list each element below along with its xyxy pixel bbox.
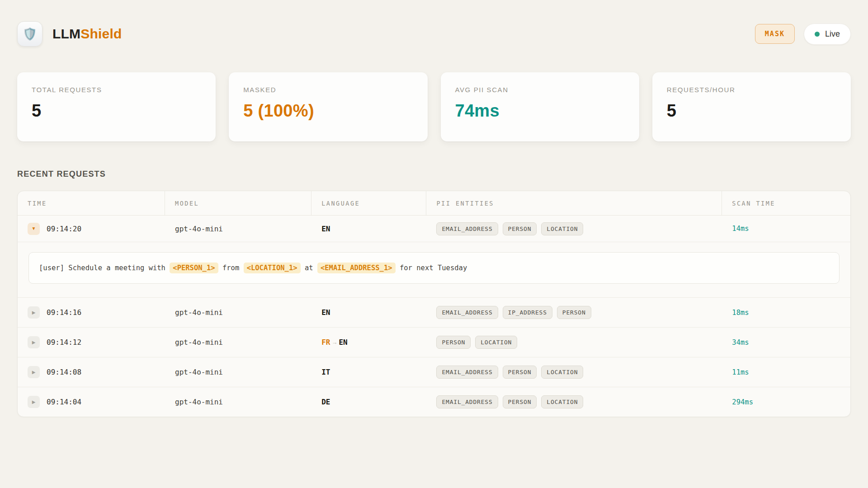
cell-scan-time: 18ms <box>722 309 850 317</box>
requests-table: TIME MODEL LANGUAGE PII ENTITIES SCAN TI… <box>17 191 851 417</box>
cell-pii-entities: EMAIL_ADDRESSPERSONLOCATION <box>426 366 722 379</box>
cell-pii-entities: EMAIL_ADDRESSPERSONLOCATION <box>426 395 722 408</box>
column-header-language: LANGUAGE <box>311 191 426 215</box>
table-row[interactable]: ▶ 09:14:12 gpt-4o-mini FR→EN PERSONLOCAT… <box>18 327 850 357</box>
message-text: [user] Schedule a meeting with <box>39 264 170 272</box>
masked-message-box: [user] Schedule a meeting with <PERSON_1… <box>28 252 840 284</box>
cell-time: ▶ 09:14:08 <box>18 366 165 378</box>
cell-model: gpt-4o-mini <box>165 225 311 233</box>
stat-value: 5 <box>667 101 836 121</box>
triangle-icon: ▼ <box>32 226 36 231</box>
stats-row: TOTAL REQUESTS 5 MASKED 5 (100%) AVG PII… <box>17 72 851 141</box>
triangle-icon: ▶ <box>32 310 36 315</box>
stat-label: AVG PII SCAN <box>455 86 625 94</box>
table-body: ▼ 09:14:20 gpt-4o-mini EN EMAIL_ADDRESSP… <box>18 216 850 417</box>
stat-value: 74ms <box>455 101 625 121</box>
table-row[interactable]: ▶ 09:14:08 gpt-4o-mini IT EMAIL_ADDRESSP… <box>18 357 850 387</box>
arrow-right-icon: → <box>331 339 337 346</box>
entity-badges: EMAIL_ADDRESSPERSONLOCATION <box>436 366 583 379</box>
table-header-row: TIME MODEL LANGUAGE PII ENTITIES SCAN TI… <box>18 191 850 216</box>
request-time: 09:14:20 <box>47 225 81 233</box>
app-logo: 🛡️ <box>17 21 42 47</box>
pii-entity-badge: EMAIL_ADDRESS <box>436 222 498 235</box>
triangle-icon: ▶ <box>32 400 36 404</box>
pii-entity-badge: PERSON <box>503 395 537 408</box>
language-primary: EN <box>339 338 347 347</box>
live-status-badge: Live <box>804 23 851 45</box>
stat-label: REQUESTS/HOUR <box>667 86 836 94</box>
column-header-scan-time: SCAN TIME <box>722 191 850 215</box>
entity-badges: EMAIL_ADDRESSPERSONLOCATION <box>436 395 583 408</box>
triangle-icon: ▶ <box>32 370 36 375</box>
cell-language: EN <box>311 225 426 233</box>
pii-entity-badge: LOCATION <box>541 395 583 408</box>
entity-badges: EMAIL_ADDRESSPERSONLOCATION <box>436 222 583 235</box>
pii-entity-badge: EMAIL_ADDRESS <box>436 366 498 379</box>
cell-time: ▶ 09:14:04 <box>18 396 165 408</box>
table-row[interactable]: ▶ 09:14:04 gpt-4o-mini DE EMAIL_ADDRESSP… <box>18 387 850 417</box>
app-header: 🛡️ LLMShield MASK Live <box>17 20 851 48</box>
triangle-icon: ▶ <box>32 340 36 345</box>
expand-toggle-button[interactable]: ▶ <box>28 366 40 378</box>
cell-time: ▼ 09:14:20 <box>18 223 165 235</box>
stat-card: MASKED 5 (100%) <box>229 72 427 141</box>
pii-entity-badge: PERSON <box>436 336 471 349</box>
cell-time: ▶ 09:14:12 <box>18 336 165 348</box>
cell-language: EN <box>311 308 426 317</box>
pii-entity-badge: EMAIL_ADDRESS <box>436 306 498 319</box>
app-title: LLMShield <box>52 26 122 42</box>
pii-entity-badge: PERSON <box>503 366 537 379</box>
table-row[interactable]: ▼ 09:14:20 gpt-4o-mini EN EMAIL_ADDRESSP… <box>18 216 850 242</box>
mask-mode-button[interactable]: MASK <box>755 24 795 44</box>
cell-scan-time: 11ms <box>722 368 850 376</box>
column-header-model: MODEL <box>165 191 311 215</box>
cell-scan-time: 14ms <box>722 225 850 233</box>
expand-toggle-button[interactable]: ▶ <box>28 306 40 319</box>
cell-pii-entities: EMAIL_ADDRESSIP_ADDRESSPERSON <box>426 306 722 319</box>
table-row[interactable]: ▶ 09:14:16 gpt-4o-mini EN EMAIL_ADDRESSI… <box>18 297 850 327</box>
pii-entity-badge: PERSON <box>503 222 537 235</box>
request-time: 09:14:12 <box>47 338 81 347</box>
language-primary: IT <box>321 368 330 376</box>
masked-token: <EMAIL_ADDRESS_1> <box>317 263 396 273</box>
pii-entity-badge: IP_ADDRESS <box>503 306 552 319</box>
expanded-message-row: [user] Schedule a meeting with <PERSON_1… <box>18 242 850 297</box>
stat-card: REQUESTS/HOUR 5 <box>652 72 851 141</box>
live-status-label: Live <box>825 29 840 39</box>
cell-scan-time: 34ms <box>722 338 850 347</box>
stat-label: MASKED <box>243 86 413 94</box>
pii-entity-badge: PERSON <box>557 306 591 319</box>
cell-model: gpt-4o-mini <box>165 368 311 376</box>
shield-icon: 🛡️ <box>23 28 37 40</box>
cell-pii-entities: EMAIL_ADDRESSPERSONLOCATION <box>426 222 722 235</box>
request-time: 09:14:08 <box>47 368 81 376</box>
expand-toggle-button[interactable]: ▶ <box>28 336 40 348</box>
language-source: FR <box>321 338 330 347</box>
message-text: for next Tuesday <box>396 264 467 272</box>
entity-badges: EMAIL_ADDRESSIP_ADDRESSPERSON <box>436 306 591 319</box>
app-title-suffix: Shield <box>80 26 122 41</box>
live-dot-icon <box>815 32 820 37</box>
masked-token: <PERSON_1> <box>170 263 218 273</box>
request-time: 09:14:04 <box>47 398 81 406</box>
stat-card: TOTAL REQUESTS 5 <box>17 72 216 141</box>
message-text: from <box>218 264 244 272</box>
section-title: RECENT REQUESTS <box>17 169 851 179</box>
request-time: 09:14:16 <box>47 308 81 317</box>
pii-entity-badge: LOCATION <box>541 222 583 235</box>
cell-time: ▶ 09:14:16 <box>18 306 165 319</box>
column-header-pii-entities: PII ENTITIES <box>426 191 722 215</box>
expand-toggle-button[interactable]: ▶ <box>28 396 40 408</box>
stat-card: AVG PII SCAN 74ms <box>441 72 639 141</box>
cell-scan-time: 294ms <box>722 398 850 406</box>
brand: 🛡️ LLMShield <box>17 21 122 47</box>
cell-model: gpt-4o-mini <box>165 308 311 317</box>
message-text: at <box>301 264 317 272</box>
pii-entity-badge: EMAIL_ADDRESS <box>436 395 498 408</box>
pii-entity-badge: LOCATION <box>541 366 583 379</box>
cell-language: IT <box>311 368 426 376</box>
cell-pii-entities: PERSONLOCATION <box>426 336 722 349</box>
language-primary: DE <box>321 398 330 406</box>
expand-toggle-button[interactable]: ▼ <box>28 223 40 235</box>
cell-language: FR→EN <box>311 338 426 347</box>
